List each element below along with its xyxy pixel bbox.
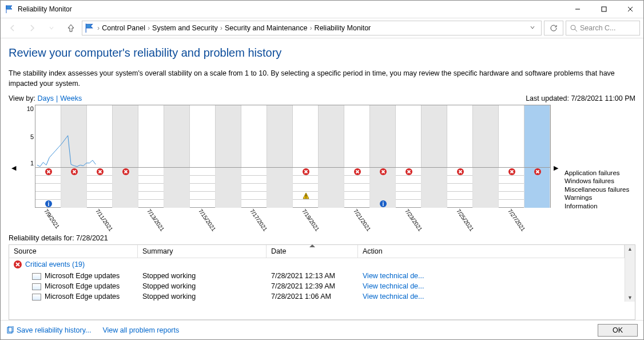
chart-day[interactable] [473, 105, 499, 167]
flag-icon [85, 23, 95, 33]
chart-day[interactable] [293, 105, 319, 167]
search-icon [570, 24, 578, 32]
event-icon[interactable] [35, 168, 61, 175]
event-icon[interactable]: i [370, 200, 396, 208]
save-history-link[interactable]: Save reliability history... [6, 326, 91, 334]
view-details-link[interactable]: View technical de... [358, 282, 625, 290]
chart-day[interactable] [216, 105, 241, 167]
info-icon: i [45, 200, 52, 207]
app-icon [32, 273, 41, 280]
chart-day[interactable] [267, 105, 293, 167]
chart-day[interactable] [422, 105, 447, 167]
app-icon [32, 294, 41, 301]
error-icon [97, 168, 104, 175]
details-header: Reliability details for: 7/28/2021 [9, 231, 635, 244]
event-icon[interactable] [293, 168, 319, 175]
chart-scroll-right[interactable]: ▶ [551, 105, 561, 231]
ok-button[interactable]: OK [598, 324, 638, 337]
date-tick: 7/11/2021 [94, 208, 114, 232]
svg-text:i: i [382, 201, 384, 207]
event-icon[interactable] [396, 168, 422, 175]
stability-chart[interactable] [35, 105, 551, 168]
scrollbar[interactable]: ▲▼ [625, 245, 635, 302]
recent-button [43, 19, 60, 37]
view-details-link[interactable]: View technical de... [358, 292, 625, 301]
search-placeholder: Search C... [580, 24, 616, 32]
event-icon[interactable]: i [35, 200, 61, 208]
view-all-link[interactable]: View all problem reports [102, 326, 179, 334]
event-row: ii [35, 200, 550, 208]
up-button[interactable] [62, 19, 79, 37]
refresh-button[interactable] [544, 21, 563, 35]
chart-day[interactable] [344, 105, 370, 167]
back-button [4, 19, 21, 37]
close-button[interactable] [617, 1, 643, 18]
event-icon[interactable] [61, 168, 87, 175]
col-date[interactable]: Date [267, 245, 358, 258]
event-icon[interactable] [113, 168, 138, 175]
error-icon [380, 168, 387, 175]
breadcrumb[interactable]: System and Security [152, 24, 218, 32]
table-row[interactable]: Microsoft Edge updatesStopped working7/2… [9, 271, 625, 281]
maximize-button[interactable] [591, 1, 617, 18]
chart-day[interactable] [61, 105, 87, 167]
chart-day[interactable] [241, 105, 267, 167]
chart-day[interactable] [319, 105, 344, 167]
app-icon [32, 283, 41, 290]
view-by-weeks[interactable]: Weeks [60, 94, 82, 102]
chart-day[interactable] [87, 105, 113, 167]
event-grid[interactable]: ii [35, 168, 551, 208]
breadcrumb[interactable]: Reliability Monitor [315, 24, 371, 32]
date-tick: 7/13/2021 [146, 208, 166, 232]
col-summary[interactable]: Summary [138, 245, 267, 258]
search-input[interactable]: Search C... [566, 21, 640, 35]
address-bar[interactable]: › Control Panel › System and Security › … [82, 21, 542, 35]
event-icon[interactable] [370, 168, 396, 175]
svg-point-4 [571, 25, 575, 30]
chart-day[interactable] [499, 105, 524, 167]
error-icon [354, 168, 361, 175]
chevron-right-icon: › [220, 24, 222, 32]
chart-day[interactable] [113, 105, 138, 167]
chart-day[interactable] [164, 105, 190, 167]
chart-day[interactable] [190, 105, 216, 167]
group-critical[interactable]: Critical events (19) [9, 258, 625, 271]
y-axis: 1051 [19, 105, 35, 168]
chevron-right-icon: › [309, 24, 312, 32]
chart-day[interactable] [447, 105, 473, 167]
chart-day[interactable] [370, 105, 396, 167]
error-icon [71, 168, 78, 175]
error-icon [14, 260, 22, 268]
date-tick: 7/17/2021 [249, 208, 269, 232]
breadcrumb[interactable]: Control Panel [102, 24, 145, 32]
table-row[interactable]: Microsoft Edge updatesStopped working7/2… [9, 291, 625, 302]
event-icon[interactable] [344, 168, 370, 175]
navbar: › Control Panel › System and Security › … [1, 18, 643, 38]
page-title: Review your computer's reliability and p… [9, 46, 635, 60]
event-icon[interactable] [499, 168, 524, 175]
view-by-label: View by: [9, 94, 35, 102]
error-icon [457, 168, 464, 175]
breadcrumb[interactable]: Security and Maintenance [225, 24, 308, 32]
chart-day[interactable] [524, 105, 550, 167]
error-icon [508, 168, 515, 175]
error-icon [122, 168, 129, 175]
view-by-days[interactable]: Days [38, 94, 54, 102]
address-dropdown[interactable] [526, 24, 539, 32]
event-icon[interactable] [87, 168, 113, 175]
titlebar: Reliability Monitor [1, 1, 643, 18]
chart-day[interactable] [138, 105, 164, 167]
event-icon[interactable] [524, 168, 550, 175]
chart-scroll-left[interactable]: ◀ [9, 105, 19, 231]
col-action[interactable]: Action [358, 245, 625, 258]
chart-day[interactable] [396, 105, 422, 167]
col-source[interactable]: Source [9, 245, 138, 258]
minimize-button[interactable] [565, 1, 591, 18]
event-icon[interactable] [293, 192, 319, 199]
chart-day[interactable] [35, 105, 61, 167]
event-row [35, 176, 550, 184]
view-details-link[interactable]: View technical de... [358, 272, 625, 280]
table-row[interactable]: Microsoft Edge updatesStopped working7/2… [9, 281, 625, 291]
event-icon[interactable] [447, 168, 473, 175]
bottom-bar: Save reliability history... View all pro… [1, 320, 643, 339]
